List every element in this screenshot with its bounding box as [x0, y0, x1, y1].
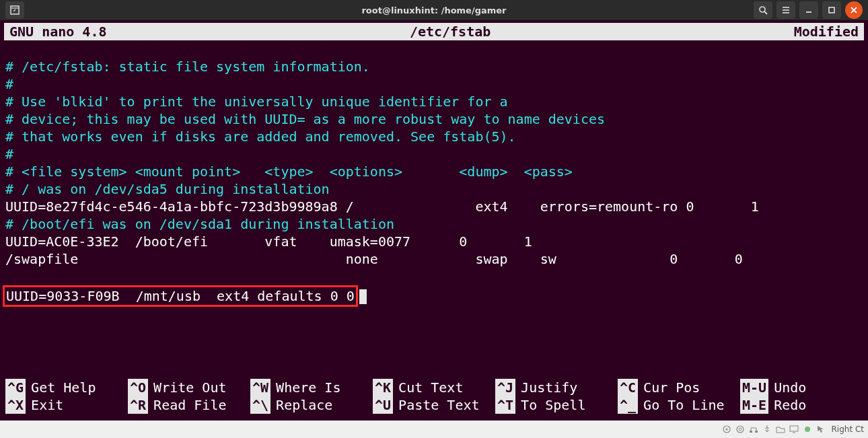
nano-help-bar: ^GGet Help^OWrite Out^WWhere Is^KCut Tex… [5, 379, 863, 414]
shortcut-label: Redo [774, 396, 806, 414]
vm-status-bar: Right Ct [0, 421, 868, 438]
nano-status: Modified [794, 23, 864, 40]
shortcut-key: ^_ [618, 396, 638, 414]
highlighted-new-entry: UUID=9033-F09B /mnt/usb ext4 defaults 0 … [3, 285, 358, 307]
shortcut-key: ^G [5, 379, 26, 396]
svg-rect-7 [829, 7, 834, 13]
shortcut-label: Cur Pos [643, 379, 700, 396]
gnome-titlebar: root@linuxhint: /home/gamer [0, 0, 868, 20]
comment-line: # /etc/fstab: static file system informa… [5, 59, 370, 75]
help-shortcut: M-ERedo [740, 396, 863, 414]
svg-point-12 [737, 426, 744, 433]
nano-file-path: /etc/fstab [107, 23, 794, 40]
svg-point-11 [725, 429, 727, 431]
comment-line: # /boot/efi was on /dev/sda1 during inst… [5, 216, 394, 232]
shortcut-label: To Spell [521, 396, 585, 414]
help-shortcut: ^GGet Help [5, 379, 128, 396]
comment-line: # / was on /dev/sda5 during installation [5, 181, 330, 197]
shortcut-key: ^U [373, 396, 393, 414]
shortcut-label: Get Help [31, 379, 96, 396]
shortcut-key: ^X [5, 396, 26, 414]
shared-folder-icon [775, 424, 786, 435]
help-shortcut: ^XExit [5, 396, 128, 414]
help-shortcut: ^CCur Pos [618, 379, 740, 396]
editor-buffer[interactable]: # /etc/fstab: static file system informa… [0, 40, 868, 324]
host-key-label: Right Ct [832, 425, 865, 434]
shortcut-key: ^O [128, 379, 148, 396]
comment-line: # device; this may be used with UUID= as… [5, 111, 605, 127]
display-icon [789, 424, 799, 435]
fstab-entry: /swapfile none swap sw 0 0 [5, 251, 743, 267]
maximize-button[interactable] [822, 1, 841, 19]
mouse-integration-icon [816, 424, 826, 435]
help-shortcut: ^TTo Spell [495, 396, 618, 414]
help-shortcut: ^OWrite Out [128, 379, 250, 396]
shortcut-key: ^C [618, 379, 638, 396]
search-icon[interactable] [754, 1, 772, 19]
comment-line: # Use 'blkid' to print the universally u… [5, 94, 508, 110]
comment-line: # [5, 76, 13, 92]
terminal[interactable]: GNU nano 4.8 /etc/fstab Modified # /etc/… [0, 20, 868, 421]
svg-rect-16 [790, 426, 798, 431]
usb-icon [762, 424, 772, 435]
shortcut-label: Replace [276, 396, 332, 414]
comment-line: # that works even if disks are added and… [5, 129, 516, 145]
shortcut-label: Write Out [153, 379, 226, 396]
close-button[interactable] [845, 1, 863, 19]
help-shortcut: M-UUndo [740, 379, 863, 396]
nano-app-name: GNU nano 4.8 [4, 23, 107, 40]
shortcut-label: Read File [153, 396, 226, 414]
text-cursor [359, 289, 367, 304]
svg-point-18 [805, 427, 810, 432]
shortcut-label: Where Is [276, 379, 340, 396]
hamburger-menu-icon[interactable] [776, 1, 795, 19]
nano-title-bar: GNU nano 4.8 /etc/fstab Modified [4, 23, 864, 40]
shortcut-key: ^\ [250, 396, 270, 414]
help-shortcut: ^JJustify [495, 379, 618, 396]
shortcut-key: M-E [740, 396, 768, 414]
comment-line: # <file system> <mount point> <type> <op… [5, 163, 573, 180]
network-icon [748, 424, 759, 435]
comment-line: # [5, 146, 13, 162]
help-shortcut: ^KCut Text [373, 379, 495, 396]
svg-rect-14 [750, 431, 752, 433]
svg-rect-15 [755, 431, 758, 433]
help-shortcut: ^_Go To Line [618, 396, 740, 414]
recording-icon [802, 424, 813, 435]
shortcut-key: ^R [128, 396, 148, 414]
shortcut-key: M-U [740, 379, 768, 396]
svg-line-2 [764, 11, 767, 14]
shortcut-key: ^W [250, 379, 270, 396]
shortcut-label: Justify [521, 379, 577, 396]
shortcut-key: ^J [495, 379, 515, 396]
window-title: root@linuxhint: /home/gamer [153, 5, 715, 15]
shortcut-label: Paste Text [398, 396, 479, 414]
svg-point-13 [739, 428, 742, 431]
help-shortcut: ^RRead File [128, 396, 250, 414]
help-shortcut: ^UPaste Text [373, 396, 495, 414]
shortcut-key: ^K [373, 379, 393, 396]
shortcut-label: Undo [774, 379, 806, 396]
shortcut-label: Exit [31, 396, 63, 414]
shortcut-label: Cut Text [398, 379, 463, 396]
shortcut-key: ^T [495, 396, 515, 414]
disk-icon [721, 424, 732, 435]
shortcut-label: Go To Line [643, 396, 724, 414]
help-shortcut: ^\Replace [250, 396, 373, 414]
fstab-entry: UUID=8e27fd4c-e546-4a1a-bbfc-723d3b9989a… [5, 198, 759, 215]
fstab-entry: UUID=AC0E-33E2 /boot/efi vfat umask=0077… [5, 233, 532, 250]
minimize-button[interactable] [799, 1, 818, 19]
activities-icon[interactable] [5, 1, 24, 19]
svg-point-1 [760, 7, 765, 12]
cd-icon [735, 424, 746, 435]
fstab-entry: UUID=9033-F09B /mnt/usb ext4 defaults 0 … [6, 288, 355, 304]
help-shortcut: ^WWhere Is [250, 379, 373, 396]
